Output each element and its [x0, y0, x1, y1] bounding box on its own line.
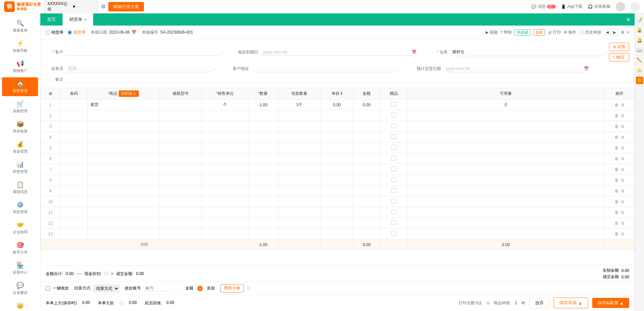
account-ellipsis[interactable]: … [173, 286, 180, 291]
delete-icon[interactable]: 🗑 [615, 103, 619, 107]
row-amount[interactable] [353, 110, 380, 121]
row-unit[interactable] [202, 229, 248, 239]
add-btn-orange[interactable]: + [197, 286, 203, 291]
row-qty[interactable] [248, 110, 278, 121]
row-spec[interactable] [159, 164, 202, 175]
row-pkg-qty[interactable] [278, 164, 320, 175]
sidebar-item-guide[interactable]: 🎯 新手引导 [2, 239, 38, 258]
row-amount[interactable] [353, 143, 380, 153]
message-center[interactable]: 💬 消息 99+ [531, 4, 556, 9]
row-pkg-qty[interactable] [278, 218, 320, 229]
sidebar-item-inventory[interactable]: 📦 库存核算 [2, 118, 38, 137]
row-gift[interactable] [380, 218, 407, 229]
row-amount[interactable]: 0.00 [353, 100, 380, 110]
row-unit[interactable]: 个 [202, 100, 248, 110]
delete-icon[interactable]: 🗑 [615, 156, 619, 161]
row-amount[interactable] [353, 218, 380, 229]
row-unit[interactable] [202, 143, 248, 153]
row-amount[interactable] [353, 153, 380, 164]
rp-edit-icon[interactable]: ✏️ [636, 56, 643, 64]
row-price[interactable] [321, 143, 353, 153]
copy-icon[interactable]: ⧉ [621, 113, 624, 118]
sidebar-item-basic[interactable]: 📋 基础信息 [2, 178, 38, 197]
row-spec[interactable] [159, 218, 202, 229]
row-gift[interactable] [380, 229, 407, 239]
row-amount[interactable] [353, 121, 380, 132]
gift-checkbox[interactable] [391, 113, 396, 117]
prev-arrow[interactable]: ◀ [604, 29, 611, 36]
row-product[interactable] [87, 121, 159, 132]
delete-icon[interactable]: 🗑 [615, 178, 619, 183]
copy-icon[interactable]: ⧉ [621, 178, 624, 183]
copy-icon[interactable]: ⧉ [621, 232, 624, 236]
row-barcode[interactable] [61, 153, 87, 164]
gift-checkbox[interactable] [391, 145, 396, 150]
row-unit[interactable] [202, 153, 248, 164]
row-qty[interactable]: -1.00 [248, 100, 278, 110]
radio-sales-input[interactable] [46, 30, 50, 35]
row-price[interactable] [321, 175, 353, 186]
row-pkg-qty[interactable] [278, 207, 320, 218]
row-barcode[interactable] [61, 100, 87, 110]
gift-checkbox[interactable] [391, 231, 396, 236]
copy-icon[interactable]: ⧉ [621, 221, 624, 226]
row-unit[interactable] [202, 164, 248, 175]
payment-due-input[interactable] [261, 48, 412, 56]
row-spec[interactable] [159, 110, 202, 121]
warehouse-ellipsis[interactable]: … [602, 50, 609, 54]
row-barcode[interactable] [61, 229, 87, 239]
row-qty[interactable] [248, 207, 278, 218]
print-btn[interactable]: 🖨 打印 [548, 30, 561, 35]
row-barcode[interactable] [61, 143, 87, 153]
row-price[interactable] [321, 121, 353, 132]
row-pkg-qty[interactable] [278, 175, 320, 186]
row-qty[interactable] [248, 175, 278, 186]
copy-icon[interactable]: ⧉ [621, 146, 624, 150]
delete-icon[interactable]: 🗑 [615, 232, 619, 236]
copy-icon[interactable]: ⧉ [621, 210, 624, 215]
row-barcode[interactable] [61, 121, 87, 132]
row-spec[interactable] [159, 100, 202, 110]
shortcut-btn[interactable]: 快捷键 [515, 29, 530, 36]
sidebar-item-sales[interactable]: 🏠 销售管理 [2, 77, 38, 96]
row-unit[interactable] [202, 121, 248, 132]
row-price[interactable] [321, 186, 353, 196]
gift-checkbox[interactable] [391, 209, 396, 214]
row-spec[interactable] [159, 132, 202, 143]
row-pkg-qty[interactable] [278, 153, 320, 164]
delete-icon[interactable]: 🗑 [615, 210, 619, 215]
row-qty[interactable] [248, 196, 278, 207]
row-spec[interactable] [159, 153, 202, 164]
payment-due-calendar[interactable]: 📅 [412, 50, 417, 54]
copy-icon[interactable]: ⧉ [621, 135, 624, 140]
sidebar-item-finance[interactable]: 💰 资金管理 [2, 138, 38, 157]
row-spec[interactable] [159, 175, 202, 186]
grid-view-icon[interactable]: ⊞ [621, 30, 624, 35]
row-barcode[interactable] [61, 207, 87, 218]
row-product[interactable] [87, 143, 159, 153]
gift-checkbox[interactable] [391, 199, 396, 203]
delete-icon[interactable]: 🗑 [615, 124, 619, 129]
gift-checkbox[interactable] [391, 188, 396, 193]
row-unit[interactable] [202, 207, 248, 218]
warehouse-value[interactable]: 建材仓 [450, 48, 602, 56]
salesperson-ellipsis[interactable]: … [211, 66, 218, 71]
row-product[interactable] [87, 110, 159, 121]
operate-btn[interactable]: ⚙ 操作 [564, 30, 576, 35]
row-qty[interactable] [248, 153, 278, 164]
row-gift[interactable] [380, 153, 407, 164]
gift-checkbox[interactable] [391, 166, 396, 171]
save-new-btn[interactable]: 保存&新增 ▲ [592, 298, 629, 308]
sidebar-item-appstore[interactable]: 🏪 应用中心 [2, 259, 38, 278]
row-gift[interactable] [380, 143, 407, 153]
customer-ellipsis[interactable]: … [218, 50, 225, 54]
app-download[interactable]: 📱 App下载 [561, 4, 582, 9]
row-pkg-qty[interactable] [278, 229, 320, 239]
row-price[interactable] [321, 132, 353, 143]
delete-icon[interactable]: 🗑 [615, 199, 619, 204]
row-barcode[interactable] [61, 175, 87, 186]
sidebar-item-member[interactable]: 👑 畅会员 [2, 299, 38, 311]
row-spec[interactable] [159, 229, 202, 239]
delete-icon[interactable]: 🗑 [615, 135, 619, 140]
row-product[interactable] [87, 229, 159, 239]
